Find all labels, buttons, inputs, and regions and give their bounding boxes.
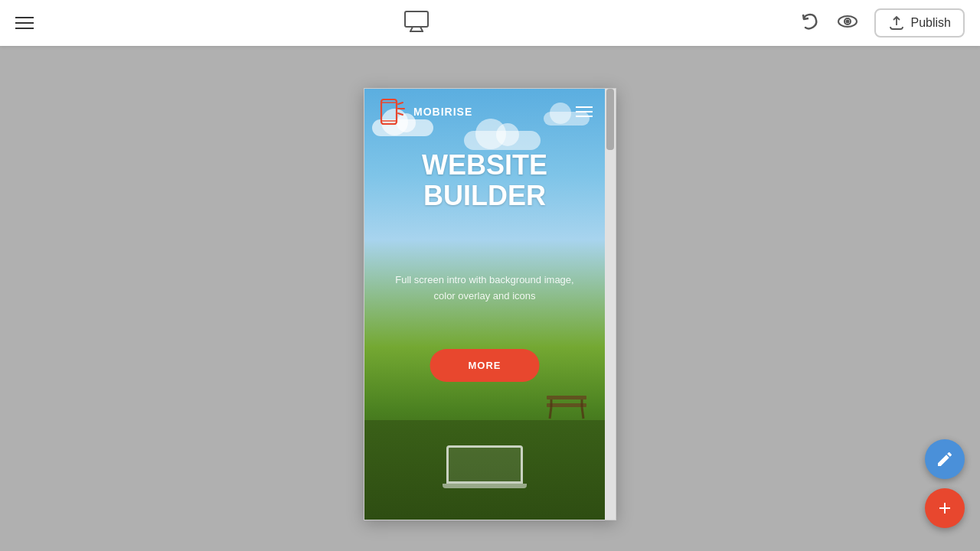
eye-button[interactable] [836, 10, 859, 36]
toolbar: Publish [0, 0, 980, 46]
preview-inner: MOBIRISE WEBSITE BUILDER Full screen int… [364, 89, 605, 520]
phone-preview: MOBIRISE WEBSITE BUILDER Full screen int… [364, 88, 616, 520]
svg-line-15 [550, 407, 551, 419]
preview-mode-button[interactable] [403, 8, 430, 38]
laptop-screen [446, 445, 523, 484]
scrollbar-thumb [606, 89, 614, 150]
preview-more-button[interactable]: MORE [430, 349, 540, 382]
svg-rect-13 [547, 403, 586, 407]
publish-button[interactable]: Publish [874, 8, 965, 37]
laptop-base [443, 484, 527, 488]
preview-logo: MOBIRISE [377, 96, 472, 127]
preview-nav: MOBIRISE [364, 89, 605, 135]
laptop-shape [446, 445, 523, 495]
undo-button[interactable] [799, 11, 821, 35]
svg-rect-14 [547, 396, 586, 399]
bench-silhouette [544, 390, 590, 420]
svg-line-10 [398, 103, 403, 104]
svg-line-12 [398, 113, 403, 115]
svg-rect-0 [405, 11, 428, 27]
preview-hero-subtitle: Full screen intro with background image,… [364, 272, 605, 305]
svg-line-16 [582, 407, 583, 419]
publish-label: Publish [911, 16, 951, 30]
preview-hero-title: WEBSITE BUILDER [364, 150, 605, 210]
canvas: MOBIRISE WEBSITE BUILDER Full screen int… [0, 46, 980, 551]
svg-rect-7 [381, 99, 397, 124]
hero-title-line2: BUILDER [380, 181, 590, 211]
preview-laptop-section [364, 420, 605, 520]
hero-title-line1: WEBSITE [380, 150, 590, 181]
menu-button[interactable] [15, 17, 34, 29]
preview-scrollbar[interactable] [605, 89, 616, 520]
add-fab-button[interactable] [925, 488, 965, 528]
preview-hamburger[interactable] [576, 106, 593, 117]
edit-fab-button[interactable] [925, 439, 965, 479]
logo-text: MOBIRISE [413, 106, 472, 118]
svg-point-6 [846, 21, 848, 23]
fab-container [925, 439, 965, 528]
logo-icon [377, 96, 407, 127]
